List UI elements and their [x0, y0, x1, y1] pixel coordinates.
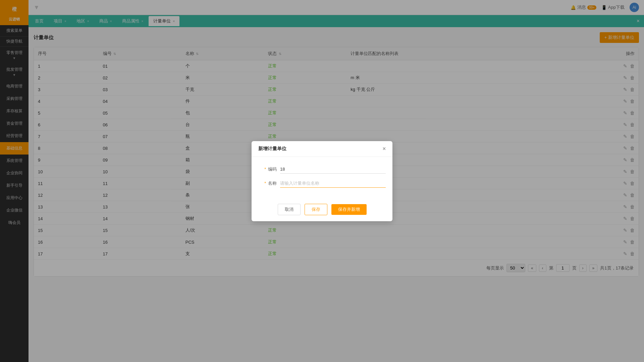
dialog-body: * 编码 * 名称	[252, 157, 392, 200]
save-continue-button[interactable]: 保存并新增	[331, 204, 367, 215]
dialog-title: 新增计量单位	[258, 146, 286, 152]
name-label: * 名称	[258, 180, 277, 186]
dialog-close-button[interactable]: ×	[383, 146, 386, 152]
code-label: * 编码	[258, 166, 277, 172]
code-input[interactable]	[280, 165, 386, 174]
dialog-overlay[interactable]: 新增计量单位 × * 编码 * 名称 取消 保存 保存并新增	[0, 0, 644, 362]
name-input[interactable]	[280, 179, 386, 188]
dialog-header: 新增计量单位 ×	[252, 141, 392, 157]
code-field-row: * 编码	[258, 165, 386, 174]
cancel-button[interactable]: 取消	[278, 204, 301, 215]
add-unit-dialog: 新增计量单位 × * 编码 * 名称 取消 保存 保存并新增	[252, 141, 392, 221]
save-button[interactable]: 保存	[305, 204, 327, 215]
dialog-footer: 取消 保存 保存并新增	[252, 200, 392, 221]
required-marker: *	[264, 181, 266, 186]
name-field-row: * 名称	[258, 179, 386, 188]
required-marker: *	[264, 167, 266, 172]
